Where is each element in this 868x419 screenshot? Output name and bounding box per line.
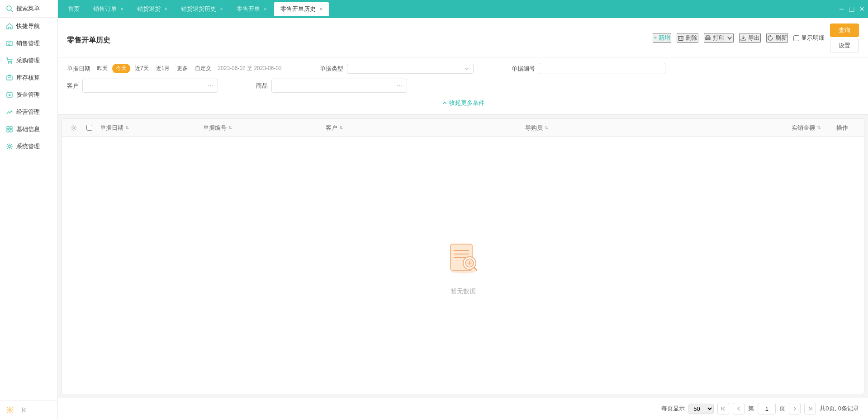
tab-retail-open-close[interactable]: × — [264, 6, 267, 12]
tab-minimize-icon[interactable]: − — [839, 5, 844, 14]
settings-label: 设置 — [839, 42, 850, 49]
export-button[interactable]: 导出 — [739, 33, 761, 43]
page-number-input[interactable] — [758, 403, 776, 414]
search-icon — [5, 5, 14, 13]
filter-no-input[interactable] — [539, 63, 665, 74]
print-label: 打印 — [713, 34, 725, 42]
sidebar-item-label-purchase: 采购管理 — [16, 56, 40, 65]
delete-label: 删除 — [686, 34, 697, 42]
th-amount[interactable]: 实销金额 ⇅ — [721, 124, 824, 132]
date-btn-1month[interactable]: 近1月 — [153, 64, 173, 73]
total-text: 共0页, 0条记录 — [820, 405, 859, 413]
tab-sales-order-close[interactable]: × — [120, 6, 123, 12]
tab-maximize-icon[interactable]: □ — [849, 5, 854, 14]
date-btn-yesterday[interactable]: 昨天 — [94, 64, 110, 73]
filter-customer-select[interactable]: ··· — [82, 79, 218, 93]
tab-retail-open-history[interactable]: 零售开单历史 × — [274, 2, 329, 16]
sidebar-item-operation[interactable]: 经营管理 — [0, 104, 57, 121]
th-customer-label: 客户 — [326, 124, 337, 132]
tab-window-close-icon[interactable]: × — [859, 5, 864, 14]
filter-no: 单据编号 — [512, 63, 665, 74]
th-date[interactable]: 单据日期 ⇅ — [96, 124, 199, 132]
page-label-suffix: 页 — [779, 405, 785, 413]
add-label: + 新增 — [654, 34, 670, 42]
select-all-checkbox[interactable] — [86, 125, 92, 131]
empty-state: 暂无数据 — [62, 137, 864, 394]
th-no[interactable]: 单据编号 ⇅ — [199, 124, 322, 132]
sidebar-item-sales-mgmt[interactable]: 销售管理 — [0, 35, 57, 52]
settings-gear-icon[interactable] — [5, 405, 14, 414]
pagination: 每页显示 50 100 200 第 页 — [58, 398, 868, 419]
date-btn-7days[interactable]: 近7天 — [132, 64, 152, 73]
collapse-more-btn[interactable]: 收起更多条件 — [67, 97, 859, 109]
sidebar-item-basic-info[interactable]: 基础信息 — [0, 121, 57, 138]
sidebar-item-quick-nav[interactable]: 快捷导航 — [0, 18, 57, 35]
query-button[interactable]: 查询 — [830, 24, 859, 37]
filter-row-2: 客户 ··· 商品 ··· — [67, 79, 859, 93]
tab-sales-return-close[interactable]: × — [164, 6, 167, 12]
sidebar-item-inventory[interactable]: 库存核算 — [0, 69, 57, 86]
delete-button[interactable]: 删除 — [677, 33, 698, 43]
table-settings-icon — [70, 124, 77, 132]
tab-retail-open-history-label: 零售开单历史 — [280, 5, 316, 13]
date-btn-custom[interactable]: 自定义 — [192, 64, 214, 73]
display-detail-checkbox[interactable]: 显示明细 — [793, 34, 825, 42]
settings-button[interactable]: 设置 — [830, 39, 859, 52]
page-last-icon — [807, 406, 813, 411]
filter-customer-dots: ··· — [207, 81, 214, 90]
per-page-select[interactable]: 50 100 200 — [688, 404, 714, 414]
home-icon — [5, 22, 14, 30]
refresh-icon — [767, 35, 773, 41]
th-guide[interactable]: 导购员 ⇅ — [522, 124, 625, 132]
filter-goods-select[interactable]: ··· — [271, 79, 407, 93]
print-button[interactable]: 打印 — [704, 33, 734, 43]
page-first-btn[interactable] — [717, 403, 729, 414]
tab-home[interactable]: 首页 — [62, 2, 86, 16]
date-btn-today[interactable]: 今天 — [112, 64, 130, 73]
th-settings[interactable] — [66, 124, 82, 132]
collapse-sidebar-icon[interactable] — [20, 405, 29, 414]
sidebar-item-purchase-mgmt[interactable]: 采购管理 — [0, 52, 57, 69]
filter-type: 单据类型 — [320, 64, 474, 74]
th-no-label: 单据编号 — [203, 124, 227, 132]
toolbar: + 新增 删除 — [653, 24, 859, 57]
filter-customer: 客户 ··· — [67, 79, 218, 93]
sidebar-item-finance[interactable]: 资金管理 — [0, 86, 57, 104]
th-amount-sort-icon: ⇅ — [817, 125, 821, 130]
page-next-btn[interactable] — [789, 403, 801, 414]
th-customer[interactable]: 客户 ⇅ — [322, 124, 522, 132]
page-header: 零售开单历史 + 新增 删除 — [58, 18, 868, 57]
svg-rect-12 — [7, 130, 9, 132]
tab-sales-return-history-close[interactable]: × — [220, 6, 223, 12]
filter-type-select[interactable] — [347, 64, 474, 74]
sidebar-search[interactable]: 搜索菜单 — [0, 0, 57, 18]
page-first-icon — [721, 406, 726, 411]
th-action: 操作 — [824, 124, 860, 132]
tab-retail-open[interactable]: 零售开单 × — [230, 2, 273, 16]
filter-goods-label: 商品 — [256, 82, 268, 90]
sidebar-item-system[interactable]: 系统管理 — [0, 138, 57, 155]
empty-text: 暂无数据 — [451, 287, 476, 296]
tabs-right-actions: − □ × — [839, 5, 864, 14]
date-btn-more[interactable]: 更多 — [174, 64, 190, 73]
collapse-icon — [442, 100, 447, 106]
page-next-icon — [792, 406, 797, 411]
filter-date-label: 单据日期 — [67, 65, 90, 73]
display-detail-input[interactable] — [793, 35, 799, 41]
tab-sales-return-history[interactable]: 销货退货历史 × — [175, 2, 229, 16]
refresh-button[interactable]: 刷新 — [766, 33, 788, 43]
tab-sales-order-label: 销售订单 — [93, 5, 117, 13]
tab-sales-return[interactable]: 销货退货 × — [131, 2, 174, 16]
th-checkbox[interactable] — [82, 125, 96, 131]
tab-retail-open-history-close[interactable]: × — [319, 6, 323, 12]
page-prev-btn[interactable] — [733, 403, 745, 414]
tab-sales-order[interactable]: 销售订单 × — [87, 2, 130, 16]
th-action-label: 操作 — [836, 124, 848, 132]
empty-svg — [441, 235, 486, 280]
page-last-btn[interactable] — [804, 403, 816, 414]
add-button[interactable]: + 新增 — [653, 33, 671, 43]
svg-point-14 — [9, 146, 11, 148]
operation-icon — [5, 108, 14, 116]
date-options: 昨天 今天 近7天 近1月 更多 自定义 — [94, 64, 214, 73]
sidebar-item-label-quick-nav: 快捷导航 — [16, 22, 40, 30]
